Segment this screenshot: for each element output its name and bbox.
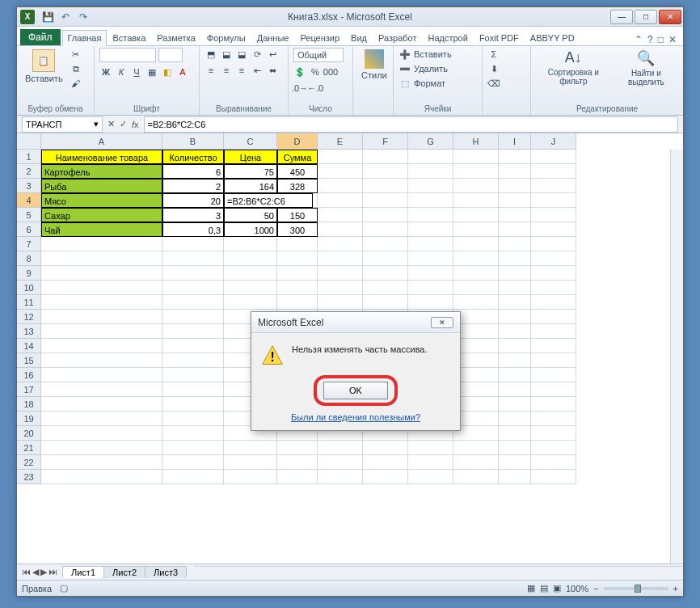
close-button[interactable]: ✕ <box>659 10 681 24</box>
increase-decimal-icon[interactable]: .0→ <box>293 82 306 95</box>
cell-A3[interactable]: Рыба <box>41 179 162 193</box>
cell-I16[interactable] <box>499 368 531 382</box>
cell-J21[interactable] <box>531 441 576 455</box>
cell-G9[interactable] <box>408 266 453 281</box>
tab-вставка[interactable]: Вставка <box>107 30 151 45</box>
tab-разметка[interactable]: Разметка <box>151 30 201 45</box>
cell-C2[interactable]: 75 <box>224 164 277 179</box>
cell-D5[interactable]: 150 <box>277 208 318 222</box>
cell-E7[interactable] <box>318 237 363 251</box>
cell-E10[interactable] <box>318 281 363 295</box>
cell-C8[interactable] <box>224 251 277 266</box>
cell-C3[interactable]: 164 <box>224 179 277 193</box>
autosum-icon[interactable]: Σ <box>487 48 500 61</box>
row-header-13[interactable]: 13 <box>17 324 41 339</box>
cell-D9[interactable] <box>277 266 318 281</box>
cell-H22[interactable] <box>453 455 499 470</box>
cell-A14[interactable] <box>41 339 162 353</box>
cell-A16[interactable] <box>41 368 162 382</box>
cell-F2[interactable] <box>363 164 408 179</box>
cell-B23[interactable] <box>162 470 224 484</box>
cell-A8[interactable] <box>41 251 162 266</box>
cell-J7[interactable] <box>531 237 576 251</box>
copy-icon[interactable]: ⧉ <box>70 62 82 75</box>
cell-D21[interactable] <box>277 441 318 455</box>
align-right-icon[interactable]: ≡ <box>235 64 248 77</box>
cell-E11[interactable] <box>318 295 363 310</box>
cell-J9[interactable] <box>531 266 576 281</box>
cell-J12[interactable] <box>531 310 576 324</box>
tab-надстрой[interactable]: Надстрой <box>422 30 473 45</box>
cell-B17[interactable] <box>162 382 224 397</box>
cell-I21[interactable] <box>499 441 531 455</box>
view-normal-icon[interactable]: ▦ <box>527 583 535 593</box>
cell-E23[interactable] <box>318 470 363 484</box>
cell-F7[interactable] <box>363 237 408 251</box>
cell-I14[interactable] <box>499 339 531 353</box>
cell-F22[interactable] <box>363 455 408 470</box>
cell-B13[interactable] <box>162 324 224 339</box>
cell-B14[interactable] <box>162 339 224 353</box>
row-header-15[interactable]: 15 <box>17 353 41 368</box>
cell-I9[interactable] <box>499 266 531 281</box>
cell-H5[interactable] <box>453 208 499 222</box>
row-header-7[interactable]: 7 <box>17 237 41 251</box>
row-header-11[interactable]: 11 <box>17 295 41 310</box>
cell-C22[interactable] <box>224 455 277 470</box>
cell-J20[interactable] <box>531 426 576 441</box>
row-header-22[interactable]: 22 <box>17 455 41 470</box>
cell-E2[interactable] <box>318 164 363 179</box>
font-size-select[interactable] <box>158 48 183 62</box>
dialog-close-button[interactable]: ✕ <box>431 317 453 328</box>
cell-G21[interactable] <box>408 441 453 455</box>
cell-C21[interactable] <box>224 441 277 455</box>
cell-J3[interactable] <box>531 179 576 193</box>
column-header-H[interactable]: H <box>453 133 499 150</box>
sheet-first-icon[interactable]: ⏮ <box>22 567 31 577</box>
cell-G10[interactable] <box>408 281 453 295</box>
row-header-5[interactable]: 5 <box>17 208 41 222</box>
sheet-tab-Лист2[interactable]: Лист2 <box>103 566 145 578</box>
formula-input[interactable]: =B2:B6*C2:C6 <box>144 116 678 133</box>
cell-J11[interactable] <box>531 295 576 310</box>
cell-H9[interactable] <box>453 266 499 281</box>
cell-H8[interactable] <box>453 251 499 266</box>
number-format-select[interactable]: Общий <box>293 48 344 62</box>
cell-D7[interactable] <box>277 237 318 251</box>
column-header-F[interactable]: F <box>363 133 408 150</box>
cell-D3[interactable]: 328 <box>277 179 318 193</box>
tab-данные[interactable]: Данные <box>251 30 295 45</box>
cell-F3[interactable] <box>363 179 408 193</box>
cut-icon[interactable]: ✂ <box>70 48 82 61</box>
view-break-icon[interactable]: ▣ <box>553 583 561 593</box>
cell-E3[interactable] <box>318 179 363 193</box>
cell-F10[interactable] <box>363 281 408 295</box>
cell-I20[interactable] <box>499 426 531 441</box>
cell-G6[interactable] <box>408 222 453 237</box>
cell-A13[interactable] <box>41 324 162 339</box>
cell-B18[interactable] <box>162 397 224 412</box>
cell-I13[interactable] <box>499 324 531 339</box>
row-header-20[interactable]: 20 <box>17 426 41 441</box>
cell-J19[interactable] <box>531 412 576 426</box>
merge-icon[interactable]: ⬌ <box>266 64 279 77</box>
cell-A15[interactable] <box>41 353 162 368</box>
cell-J6[interactable] <box>531 222 576 237</box>
feedback-link[interactable]: Были ли сведения полезными? <box>291 412 420 422</box>
cell-I11[interactable] <box>499 295 531 310</box>
cell-J22[interactable] <box>531 455 576 470</box>
align-bottom-icon[interactable]: ⬓ <box>235 48 248 61</box>
format-cells-button[interactable]: ⬚Формат <box>398 77 445 90</box>
cell-D10[interactable] <box>277 281 318 295</box>
percent-icon[interactable]: % <box>309 65 322 78</box>
cell-A2[interactable]: Картофель <box>41 164 162 179</box>
wrap-text-icon[interactable]: ↩ <box>266 48 279 61</box>
cell-A1[interactable]: Наименование товара <box>41 150 162 164</box>
horizontal-scrollbar[interactable] <box>194 566 683 579</box>
cell-G8[interactable] <box>408 251 453 266</box>
sheet-tab-Лист3[interactable]: Лист3 <box>145 566 187 578</box>
cell-A5[interactable]: Сахар <box>41 208 162 222</box>
row-header-9[interactable]: 9 <box>17 266 41 281</box>
row-header-21[interactable]: 21 <box>17 441 41 455</box>
cell-B9[interactable] <box>162 266 224 281</box>
